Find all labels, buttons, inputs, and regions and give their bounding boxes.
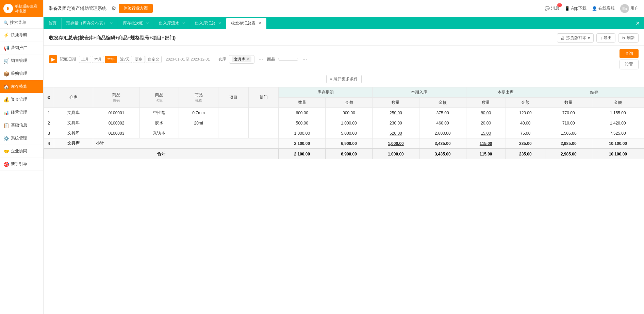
row-in-qty[interactable]: 520.00 [373, 128, 419, 138]
sidebar-search[interactable]: 🔍 搜索菜单 [0, 17, 43, 29]
total-in-amt: 3,435.00 [419, 149, 466, 159]
expand-more-btn[interactable]: ▾ 展开更多条件 [326, 75, 362, 83]
sidebar-item-operations[interactable]: 📊 经营管理 [0, 106, 43, 119]
col-close-amt: 金额 [592, 98, 644, 108]
sidebar-item-purchase[interactable]: 📦 采购管理 [0, 67, 43, 80]
logo-text: 畅捷通好生意 标准版 [15, 4, 37, 14]
col-opening-header: 库存期初 [279, 87, 373, 98]
tab-home[interactable]: 首页 [44, 18, 62, 29]
query-button[interactable]: 查询 [620, 49, 639, 58]
sidebar-item-guide[interactable]: 🎯 新手引导 [0, 158, 43, 171]
row-no: 2 [44, 118, 54, 128]
col-project-header: 项目 [218, 87, 249, 108]
row-code: 0100003 [93, 128, 140, 138]
sidebar-item-enterprise[interactable]: 🤝 企业协同 [0, 145, 43, 158]
date-buttons: 上月 本月 本年 近7天 更多 自定义 [79, 56, 162, 63]
row-close-amt: 1,420.00 [592, 118, 644, 128]
header-left: 装备及固定资产辅助管理系统 ⚙ 体验行业方案 [49, 4, 153, 13]
row-in-qty[interactable]: 230.00 [373, 118, 419, 128]
warehouse-tag: 文具库 ✕ [232, 56, 251, 62]
sidebar-item-sales[interactable]: 🛒 销售管理 [0, 54, 43, 67]
export-btn[interactable]: ↓ 导出 [596, 33, 615, 43]
online-service-btn[interactable]: 👤 在线客服 [592, 5, 615, 11]
user-menu[interactable]: Ea 用户 [620, 4, 639, 13]
tab-bar-close-btn[interactable]: ✕ [631, 17, 644, 29]
operations-icon: 📊 [3, 110, 9, 115]
message-btn[interactable]: 💬 消息 6 [545, 5, 559, 11]
sidebar-item-system[interactable]: ⚙️ 系统管理 [0, 132, 43, 145]
date-btn-this-year[interactable]: 本年 [105, 56, 117, 63]
sub-label: 小计 [93, 138, 279, 149]
warehouse-select[interactable]: 文具库 ✕ [229, 55, 254, 64]
sub-warehouse: 文具库 [54, 138, 93, 149]
sidebar-item-basic-info[interactable]: 📋 基础信息 [0, 119, 43, 132]
experience-btn[interactable]: 体验行业方案 [119, 4, 153, 13]
goods-more-btn[interactable]: ··· [302, 56, 307, 62]
table-container: ⚙ 仓库 商品编码 商品名称 商品规格 项目 部门 库存期初 本期入库 本期出库… [44, 87, 644, 314]
tab-batch-accounts[interactable]: 库存批次账 ✕ [118, 18, 154, 29]
message-badge: 6 [557, 3, 562, 7]
warehouse-tag-close[interactable]: ✕ [246, 57, 249, 62]
row-warehouse: 文具库 [54, 118, 93, 128]
date-btn-this-month[interactable]: 本月 [92, 56, 104, 63]
app-download-btn[interactable]: 📱 App下载 [565, 5, 587, 11]
enterprise-icon: 🤝 [3, 149, 9, 154]
row-close-amt: 7,525.00 [592, 128, 644, 138]
mobile-icon: 📱 [565, 6, 570, 11]
date-range-text: 2023-01-01 至 2023-12-31 [166, 57, 210, 62]
sidebar-item-finance[interactable]: 💰 资金管理 [0, 93, 43, 106]
page-title: 收发存汇总表(按仓库+商品编码+商品+规格型号+项目+部门) [49, 35, 176, 41]
col-spec-header: 商品规格 [179, 87, 218, 108]
total-out-amt: 235.00 [506, 149, 545, 159]
row-out-qty[interactable]: 15.00 [466, 128, 506, 138]
sidebar-item-inventory[interactable]: 🏠 库存核算 [0, 80, 43, 93]
date-btn-7days[interactable]: 近7天 [118, 56, 132, 63]
avatar: Ea [620, 4, 629, 13]
print-btn[interactable]: 🖨 拣货版打印 ▾ [557, 33, 594, 43]
tab-close-inout-flow[interactable]: ✕ [182, 21, 185, 26]
expand-more-row: ▾ 展开更多条件 [49, 75, 639, 83]
sub-close-amt: 10,100.00 [592, 138, 644, 149]
row-in-amt: 375.00 [419, 108, 466, 118]
row-no: 3 [44, 128, 54, 138]
date-btn-last-month[interactable]: 上月 [79, 56, 91, 63]
export-icon: ↓ [600, 36, 602, 40]
system-title: 装备及固定资产辅助管理系统 [49, 5, 106, 12]
col-closing-header: 结存 [545, 87, 644, 98]
warehouse-more-btn[interactable]: ··· [259, 56, 263, 62]
date-btn-custom[interactable]: 自定义 [146, 56, 162, 63]
tab-close-receive-summary[interactable]: ✕ [258, 21, 261, 26]
filter-expand-btn[interactable]: ▶ [49, 55, 57, 63]
date-btn-more[interactable]: 更多 [133, 56, 145, 63]
tab-receive-summary[interactable]: 收发存汇总表 ✕ [226, 18, 266, 29]
col-dept-header: 部门 [248, 87, 279, 108]
tab-close-batch-accounts[interactable]: ✕ [146, 21, 149, 26]
sidebar: 6 畅捷通好生意 标准版 🔍 搜索菜单 ⚡ 快捷导航 📢 营销推广 🛒 销售管理… [0, 0, 44, 314]
row-dept [248, 118, 279, 128]
goods-select[interactable] [278, 58, 298, 61]
tab-close-inout-summary[interactable]: ✕ [218, 21, 221, 26]
sidebar-item-quick-nav[interactable]: ⚡ 快捷导航 [0, 29, 43, 42]
sub-open-qty: 2,100.00 [279, 138, 326, 149]
sidebar-item-marketing[interactable]: 📢 营销推广 [0, 42, 43, 54]
total-close-amt: 10,100.00 [592, 149, 644, 159]
refresh-btn[interactable]: ↻ 刷新 [618, 33, 639, 43]
warehouse-label: 仓库 [218, 56, 226, 62]
tab-inout-summary[interactable]: 出入库汇总 ✕ [190, 18, 226, 29]
total-label: 合计 [44, 149, 279, 159]
row-out-qty[interactable]: 80.00 [466, 108, 506, 118]
row-out-qty[interactable]: 20.00 [466, 118, 506, 128]
tab-inout-flow[interactable]: 出入库流水 ✕ [154, 18, 190, 29]
setting-button[interactable]: 设置 [620, 60, 639, 69]
search-icon: 🔍 [3, 20, 9, 25]
col-outbound-header: 本期出库 [466, 87, 545, 98]
col-gear[interactable]: ⚙ [44, 87, 54, 108]
sub-no: 4 [44, 138, 54, 149]
settings-gear-icon[interactable]: ⚙ [111, 5, 116, 12]
tab-inventory-dist[interactable]: 现存量（库存分布表） ✕ [62, 18, 118, 29]
row-in-qty[interactable]: 250.00 [373, 108, 419, 118]
row-code: 0100001 [93, 108, 140, 118]
sub-open-amt: 6,900.00 [326, 138, 373, 149]
tab-close-inventory-dist[interactable]: ✕ [110, 21, 113, 26]
page-header-actions: 🖨 拣货版打印 ▾ ↓ 导出 ↻ 刷新 [557, 33, 639, 43]
